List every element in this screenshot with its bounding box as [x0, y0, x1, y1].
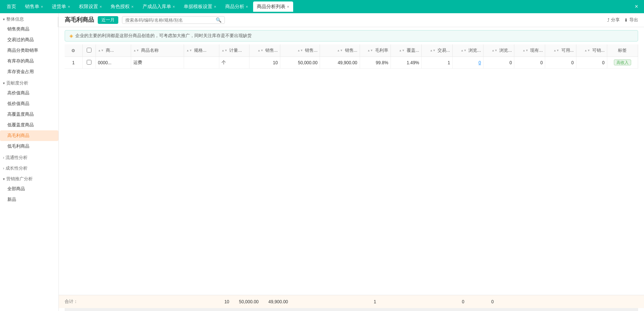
th-checkbox[interactable]	[82, 44, 96, 57]
sort-icon[interactable]: ▲▼	[297, 49, 303, 52]
sidebar-item-stocked-products[interactable]: 有库存的商品	[0, 56, 58, 66]
select-all-checkbox[interactable]	[87, 48, 91, 53]
table-footer: 合计： 10 50,000.00 49,900.00 1 0 0	[59, 295, 644, 308]
chevron-right-icon: ›	[3, 166, 4, 170]
sidebar-item-high-coverage[interactable]: 高覆盖度商品	[0, 109, 58, 120]
th-name: ▲▼ 商品名称	[131, 44, 184, 57]
export-button[interactable]: ⬇ 导出	[624, 17, 638, 23]
table-row: 1 0000... 运费	[65, 57, 638, 69]
close-icon[interactable]: ×	[214, 4, 216, 9]
sort-icon[interactable]: ▲▼	[98, 49, 104, 52]
info-banner: ◈ 企业的主要的利润都是这部分商品创造的，可考虑加大推广，同时关注库存是不要出现…	[65, 30, 638, 41]
nav-tab-product-inbound[interactable]: 产成品入库单 ×	[139, 1, 179, 12]
sidebar-item-low-margin[interactable]: 低毛利商品	[0, 141, 58, 152]
close-icon[interactable]: ×	[173, 4, 175, 9]
nav-tab-permissions[interactable]: 权限设置 ×	[75, 1, 105, 12]
sidebar-group-contribution[interactable]: ▾ 贡献度分析	[0, 77, 58, 88]
footer-cells: 10 50,000.00 49,900.00 1 0 0	[85, 299, 638, 304]
cell-stock2: 0	[545, 57, 576, 69]
sort-icon[interactable]: ▲▼	[222, 49, 227, 52]
th-settings[interactable]: ⚙	[65, 44, 82, 57]
sort-icon[interactable]: ▲▼	[584, 49, 590, 52]
nav-tab-product-analysis[interactable]: 商品分析 ×	[222, 1, 252, 12]
close-icon[interactable]: ×	[100, 4, 102, 9]
footer-label: 合计：	[65, 299, 85, 305]
sidebar-item-all-products[interactable]: 全部商品	[0, 184, 58, 194]
cell-index: 1	[65, 57, 82, 69]
sidebar-item-stock-capital[interactable]: 库存资金占用	[0, 66, 58, 77]
sidebar-item-high-value[interactable]: 高价值商品	[0, 88, 58, 98]
sidebar: « ▾ 整体信息 销售类商品 交易过的商品 商品分类助销率 有库存的商品 库存资…	[0, 13, 59, 311]
nav-tab-template-settings[interactable]: 单据模板设置 ×	[180, 1, 220, 12]
cell-sales-cost: 49,900.00	[320, 57, 360, 69]
info-icon: ◈	[69, 33, 73, 39]
period-button[interactable]: 近一月	[98, 16, 118, 24]
sort-icon[interactable]: ▲▼	[399, 49, 405, 52]
th-sales-cost: ▲▼ 销售...	[320, 44, 360, 57]
row-checkbox[interactable]	[87, 60, 91, 65]
sidebar-item-new-products[interactable]: 新品	[0, 194, 58, 205]
sort-icon[interactable]: ▲▼	[553, 49, 559, 52]
th-stock1: ▲▼ 现有...	[514, 44, 545, 57]
sort-icon[interactable]: ▲▼	[492, 49, 497, 52]
chevron-right-icon: ›	[3, 156, 4, 160]
sidebar-group-marketing[interactable]: ▾ 营销推广分析	[0, 173, 58, 184]
sidebar-collapse-button[interactable]: «	[58, 17, 59, 27]
nav-tab-purchase[interactable]: 进货单 ×	[48, 1, 73, 12]
top-navigation: 首页 销售单 × 进货单 × 权限设置 × 角色授权 × 产成品入库单 × 单据…	[0, 0, 644, 13]
footer-cell-empty4	[173, 299, 203, 304]
nav-tab-product-analysis-list[interactable]: 商品分析列表 ×	[253, 1, 293, 12]
sidebar-group-overall[interactable]: ▾ 整体信息	[0, 13, 58, 24]
footer-cell-empty2	[115, 299, 144, 304]
sort-icon[interactable]: ▲▼	[133, 49, 139, 52]
chevron-down-icon: ▾	[3, 81, 5, 85]
sort-icon[interactable]: ▲▼	[367, 49, 373, 52]
table-header-row: ⚙ ▲▼ 商... ▲▼ 商品名称 ▲▼ 规格...	[65, 44, 638, 57]
footer-empty5	[291, 299, 320, 304]
sort-icon[interactable]: ▲▼	[186, 49, 192, 52]
close-icon[interactable]: ×	[68, 4, 70, 9]
cell-browse1[interactable]: 0	[453, 57, 483, 69]
sidebar-item-low-coverage[interactable]: 低覆盖度商品	[0, 120, 58, 130]
window-close-button[interactable]: ×	[632, 3, 641, 10]
footer-stock2: 0	[467, 299, 497, 304]
content-header: 高毛利商品 近一月 🔍 ⤴ 分享 ⬇ 导出	[59, 13, 644, 27]
sidebar-group-circulation[interactable]: › 流通性分析	[0, 152, 58, 162]
close-icon[interactable]: ×	[41, 4, 43, 9]
search-icon[interactable]: 🔍	[216, 17, 222, 23]
content-area: 高毛利商品 近一月 🔍 ⤴ 分享 ⬇ 导出 ◈ 企业的主要的利润都是这部分商品创…	[59, 13, 644, 311]
cell-sales-amt: 50,000.00	[280, 57, 320, 69]
sidebar-item-sales-products[interactable]: 销售类商品	[0, 24, 58, 35]
sidebar-item-low-value[interactable]: 低价值商品	[0, 98, 58, 109]
cell-checkbox[interactable]	[82, 57, 96, 69]
close-icon[interactable]: ×	[287, 4, 289, 9]
nav-tab-home[interactable]: 首页	[3, 3, 20, 10]
nav-tab-roles[interactable]: 角色授权 ×	[107, 1, 137, 12]
data-table-container[interactable]: ⚙ ▲▼ 商... ▲▼ 商品名称 ▲▼ 规格...	[65, 44, 638, 295]
close-icon[interactable]: ×	[131, 4, 133, 9]
header-actions: ⤴ 分享 ⬇ 导出	[607, 17, 638, 23]
th-sales-qty: ▲▼ 销售...	[249, 44, 280, 57]
search-box: 🔍	[122, 16, 225, 24]
cell-spec	[184, 57, 219, 69]
sidebar-item-traded-products[interactable]: 交易过的商品	[0, 35, 58, 45]
footer-cell-empty1	[85, 299, 115, 304]
footer-empty8	[409, 299, 438, 304]
sort-icon[interactable]: ▲▼	[258, 49, 263, 52]
search-input[interactable]	[125, 18, 213, 23]
nav-tab-sales[interactable]: 销售单 ×	[21, 1, 47, 12]
share-button[interactable]: ⤴ 分享	[607, 17, 620, 23]
sidebar-group-growth[interactable]: › 成长性分析	[0, 162, 58, 173]
sort-icon[interactable]: ▲▼	[461, 49, 467, 52]
sidebar-item-high-margin[interactable]: 高毛利商品	[0, 130, 58, 141]
sort-icon[interactable]: ▲▼	[337, 49, 343, 52]
cell-trade: 1	[421, 57, 452, 69]
th-spec: ▲▼ 规格...	[184, 44, 219, 57]
horizontal-scrollbar[interactable]	[65, 308, 638, 311]
cell-stock3: 0	[576, 57, 607, 69]
sort-icon[interactable]: ▲▼	[430, 49, 436, 52]
chevron-down-icon: ▾	[3, 177, 5, 181]
sort-icon[interactable]: ▲▼	[522, 49, 528, 52]
close-icon[interactable]: ×	[246, 4, 248, 9]
sidebar-item-category-rate[interactable]: 商品分类助销率	[0, 45, 58, 56]
